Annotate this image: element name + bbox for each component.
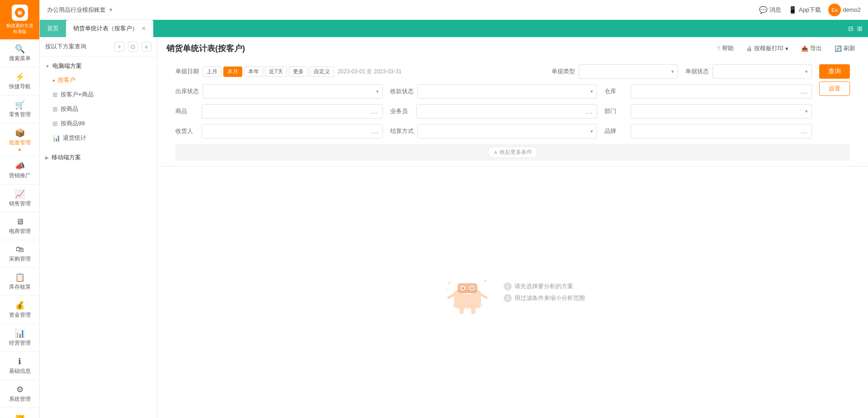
date-more[interactable]: 更多 <box>289 66 308 77</box>
tab-minimize-icon[interactable]: ⊟ <box>848 25 854 32</box>
desktop-scheme-group: ▼ 电脑端方案 ● 按客户 ⊞ 按客户+商品 ⊞ 按商品 ⊞ 按商品99 <box>40 57 157 148</box>
sidebar-item-marketing[interactable]: 📣 营销推广 <box>0 157 39 185</box>
hint-2-text: 用过滤条件来缩小分析范围 <box>514 294 585 302</box>
recv-status-control[interactable]: ▾ <box>417 84 598 99</box>
dept-control[interactable]: ▾ <box>631 104 812 119</box>
type-control[interactable]: ▾ <box>579 64 678 79</box>
out-status-label: 出库状态 <box>175 87 199 95</box>
filter-row-1: 单据日期 上月 本月 本年 近7天 更多 自定义 2023-03-01 至 20… <box>175 64 812 79</box>
hint-2-num: 2 <box>504 294 512 302</box>
filter-row-3: 商品 … 业务员 <box>175 104 812 119</box>
scheme-return-stat[interactable]: 📊 退货统计 <box>40 131 157 145</box>
return-stat-label: 退货统计 <box>63 134 86 142</box>
sidebar-item-wholesale[interactable]: 📦 批发管理 ▲ <box>0 124 39 157</box>
operations-icon: 📊 <box>15 328 25 338</box>
svg-point-14 <box>448 282 450 284</box>
sidebar-item-sales[interactable]: 📈 销售管理 <box>0 185 39 213</box>
warehouse-label: 仓库 <box>604 87 627 95</box>
print-btn[interactable]: 🖨 按模板打印 ▾ <box>743 43 792 54</box>
app-download-label: App下载 <box>799 6 821 14</box>
marketing-icon: 📣 <box>15 161 25 171</box>
status-control[interactable]: ▾ <box>712 64 812 79</box>
out-status-control[interactable]: ▾ <box>203 84 383 99</box>
right-panel: 销货单统计表(按客户) ? 帮助 🖨 按模板打印 ▾ 📤 <box>157 37 868 418</box>
svg-point-8 <box>471 287 473 290</box>
sidebar-item-system[interactable]: ⚙ 系统管理 <box>0 380 39 408</box>
date-last-7[interactable]: 近7天 <box>265 66 287 77</box>
type-filter-field: 单据类型 ▾ <box>552 64 678 79</box>
brand-control[interactable]: … <box>631 124 812 138</box>
scheme-by-customer-goods[interactable]: ⊞ 按客户+商品 <box>40 87 157 102</box>
desktop-group-title[interactable]: ▼ 电脑端方案 <box>40 59 157 73</box>
settings-btn[interactable]: 设置 <box>819 81 850 96</box>
sidebar-item-search[interactable]: 🔍 搜索菜单 <box>0 39 39 67</box>
status-dropdown-icon: ▾ <box>805 69 808 75</box>
sidebar-item-cooperation[interactable]: 🤝 企业协同 <box>0 408 39 418</box>
add-scheme-btn[interactable]: + <box>114 42 124 52</box>
export-label: 导出 <box>810 44 822 52</box>
date-filter-field: 单据日期 上月 本月 本年 近7天 更多 自定义 2023-03-01 至 20… <box>175 66 544 77</box>
export-btn[interactable]: 📤 导出 <box>797 43 826 54</box>
refresh-btn[interactable]: 🔄 刷新 <box>831 43 859 54</box>
filter-area: 单据日期 上月 本月 本年 近7天 更多 自定义 2023-03-01 至 20… <box>166 59 859 166</box>
collapse-up-icon: ∧ <box>494 149 498 156</box>
sidebar-label-inventory: 库存核算 <box>9 283 31 291</box>
sidebar-item-finance[interactable]: 💰 资金管理 <box>0 296 39 324</box>
system-icon: ⚙ <box>16 385 24 394</box>
filter-actions: 查询 设置 <box>819 64 850 96</box>
date-custom[interactable]: 自定义 <box>310 66 334 77</box>
sidebar-item-basic-info[interactable]: ℹ 基础信息 <box>0 352 39 380</box>
mobile-group-triangle: ▶ <box>45 155 49 160</box>
scheme-by-goods[interactable]: ⊞ 按商品 <box>40 102 157 116</box>
sidebar-label-operations: 经营管理 <box>9 339 31 347</box>
tab-sales-stat[interactable]: 销货单统计表（按客户） ✕ <box>66 20 153 37</box>
date-last-month[interactable]: 上月 <box>203 66 222 77</box>
tab-maximize-icon[interactable]: ⊞ <box>857 25 863 32</box>
settle-control[interactable]: ▾ <box>417 124 598 138</box>
sidebar-label-quick-nav: 快捷导航 <box>9 83 31 90</box>
edit-scheme-btn[interactable]: ⊙ <box>128 42 138 52</box>
wholesale-icon: 📦 <box>15 128 25 138</box>
desktop-group-triangle: ▼ <box>45 64 50 69</box>
sidebar-item-retail[interactable]: 🛒 零售管理 <box>0 95 39 124</box>
app-download-btn[interactable]: 📱 App下载 <box>788 6 821 14</box>
sidebar-item-operations[interactable]: 📊 经营管理 <box>0 324 39 352</box>
scheme-by-customer[interactable]: ● 按客户 <box>40 73 157 87</box>
svg-text:畅: 畅 <box>18 10 22 15</box>
sidebar-item-ecommerce[interactable]: 🖥 电商管理 <box>0 213 39 240</box>
date-this-month[interactable]: 本月 <box>223 66 242 77</box>
receiver-ellipsis: … <box>371 127 379 135</box>
date-this-year[interactable]: 本年 <box>244 66 263 77</box>
messages-label: 消息 <box>769 6 781 14</box>
salesman-control[interactable]: … <box>416 104 598 119</box>
tab-close-icon[interactable]: ✕ <box>142 25 146 32</box>
user-name: demo2 <box>843 6 861 13</box>
top-header: 办公用品行业模拟账套 ▾ 💬 消息 📱 App下载 Ea demo2 <box>40 0 868 20</box>
collapse-btn[interactable]: ∧ 收起更多条件 <box>488 147 538 158</box>
page-actions: ? 帮助 🖨 按模板打印 ▾ 📤 导出 🔄 <box>713 43 859 54</box>
sidebar-item-inventory[interactable]: 📋 库存核算 <box>0 268 39 296</box>
user-info[interactable]: Ea demo2 <box>828 4 861 16</box>
help-btn[interactable]: ? 帮助 <box>713 43 737 54</box>
receiver-control[interactable]: … <box>202 124 383 138</box>
goods-control[interactable]: … <box>202 104 383 119</box>
tab-sales-stat-label: 销货单统计表（按客户） <box>73 24 138 33</box>
tab-home[interactable]: 首页 <box>40 20 66 37</box>
retail-icon: 🛒 <box>15 100 25 110</box>
collapse-panel-btn[interactable]: « <box>142 42 151 52</box>
query-btn[interactable]: 查询 <box>819 64 850 79</box>
hint-1: 1 请先选择要分析的方案 <box>504 282 585 290</box>
logo-icon: 畅 <box>12 5 28 21</box>
help-label: 帮助 <box>722 44 734 52</box>
receiver-field: 收货人 … <box>175 124 383 138</box>
print-icon: 🖨 <box>746 45 752 52</box>
filter-row-4: 收货人 … 结算方式 <box>175 124 812 138</box>
warehouse-control[interactable]: … <box>631 84 812 99</box>
scheme-by-goods-99[interactable]: ⊞ 按商品99 <box>40 116 157 131</box>
mobile-group-title[interactable]: ▶ 移动端方案 <box>40 151 157 164</box>
messages-btn[interactable]: 💬 消息 <box>759 6 781 14</box>
svg-rect-12 <box>459 307 464 314</box>
sidebar-item-quick-nav[interactable]: ⚡ 快捷导航 <box>0 67 39 95</box>
sidebar-item-purchase[interactable]: 🛍 采购管理 <box>0 240 39 268</box>
industry-dropdown-icon[interactable]: ▾ <box>109 6 113 13</box>
